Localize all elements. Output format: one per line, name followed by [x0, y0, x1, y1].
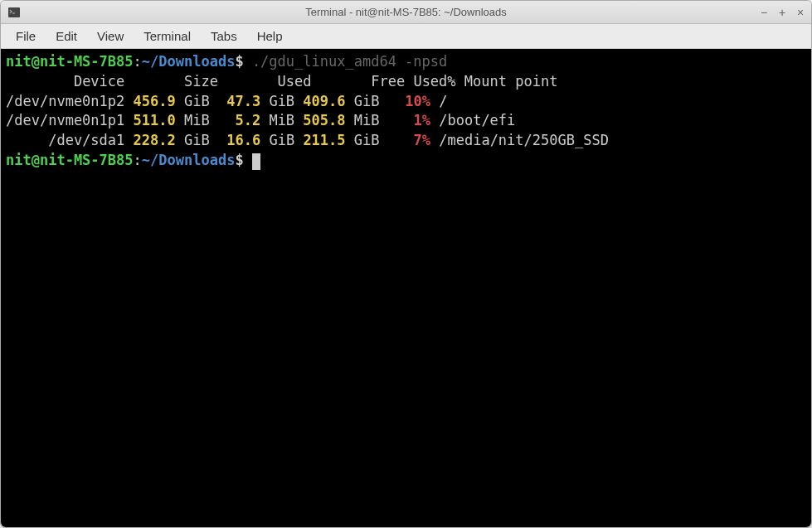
svg-rect-0	[8, 7, 20, 17]
size-value: 456.9	[134, 93, 176, 109]
menu-view[interactable]: View	[87, 26, 134, 46]
size-value: 228.2	[134, 132, 176, 148]
table-row: /dev/nvme0n1p2 456.9 GiB 47.3 GiB 409.6 …	[6, 92, 806, 112]
command-text: ./gdu_linux_amd64 -npsd	[252, 53, 447, 70]
close-button[interactable]: ×	[795, 7, 806, 18]
used-unit: GiB	[269, 132, 294, 148]
used-unit: MiB	[269, 112, 294, 128]
hdr-used: Used	[278, 73, 312, 90]
used-pct: 1%	[413, 112, 430, 128]
table-row: /dev/nvme0n1p1 511.0 MiB 5.2 MiB 505.8 M…	[6, 111, 806, 131]
prompt-path: ~/Downloads	[142, 53, 236, 70]
maximize-button[interactable]: +	[776, 7, 788, 18]
prompt-symbol: $	[235, 152, 243, 168]
size-unit: GiB	[184, 132, 210, 148]
hdr-free: Free	[371, 73, 405, 90]
mount-point: /	[439, 93, 447, 109]
free-value: 505.8	[303, 112, 345, 128]
terminal-output[interactable]: nit@nit-MS-7B85:~/Downloads$ ./gdu_linux…	[1, 49, 811, 527]
menubar: File Edit View Terminal Tabs Help	[1, 24, 811, 49]
hdr-usedpct: Used%	[413, 73, 455, 90]
hdr-mount: Mount point	[464, 73, 558, 90]
free-unit: GiB	[354, 132, 380, 148]
minimize-button[interactable]: −	[758, 7, 770, 18]
table-header: Device Size Used Free Used% Mount point	[6, 72, 806, 92]
prompt-user-host: nit@nit-MS-7B85	[6, 152, 134, 168]
menu-terminal[interactable]: Terminal	[134, 26, 201, 46]
prompt-line: nit@nit-MS-7B85:~/Downloads$ ./gdu_linux…	[6, 52, 806, 72]
menu-edit[interactable]: Edit	[46, 26, 87, 46]
used-pct: 10%	[405, 93, 430, 109]
free-unit: MiB	[354, 112, 380, 128]
menu-tabs[interactable]: Tabs	[201, 26, 247, 46]
table-row: /dev/sda1 228.2 GiB 16.6 GiB 211.5 GiB 7…	[6, 131, 806, 151]
used-unit: GiB	[269, 93, 294, 109]
prompt-symbol: $	[235, 53, 243, 70]
mount-point: /media/nit/250GB_SSD	[439, 132, 609, 148]
used-pct: 7%	[413, 132, 430, 148]
titlebar[interactable]: Terminal - nit@nit-MS-7B85: ~/Downloads …	[1, 1, 811, 24]
size-unit: GiB	[184, 93, 210, 109]
prompt-path: ~/Downloads	[142, 152, 236, 168]
menu-file[interactable]: File	[6, 26, 46, 46]
hdr-size: Size	[184, 73, 218, 90]
free-unit: GiB	[354, 93, 380, 109]
prompt-line: nit@nit-MS-7B85:~/Downloads$	[6, 151, 806, 171]
used-value: 47.3	[226, 93, 260, 109]
device-name: /dev/nvme0n1p2	[6, 93, 124, 109]
mount-point: /boot/efi	[439, 112, 515, 128]
size-unit: MiB	[184, 112, 210, 128]
cursor	[252, 153, 260, 170]
app-icon	[7, 6, 21, 19]
device-name: /dev/nvme0n1p1	[6, 112, 124, 128]
hdr-device: Device	[74, 73, 124, 90]
window-title: Terminal - nit@nit-MS-7B85: ~/Downloads	[305, 6, 507, 18]
size-value: 511.0	[134, 112, 176, 128]
menu-help[interactable]: Help	[247, 26, 293, 46]
prompt-user-host: nit@nit-MS-7B85	[6, 53, 134, 70]
used-value: 16.6	[226, 132, 260, 148]
window-controls: − + ×	[758, 7, 806, 18]
free-value: 409.6	[303, 93, 345, 109]
terminal-window: Terminal - nit@nit-MS-7B85: ~/Downloads …	[0, 0, 812, 528]
device-name: /dev/sda1	[48, 132, 124, 148]
free-value: 211.5	[303, 132, 345, 148]
used-value: 5.2	[235, 112, 260, 128]
